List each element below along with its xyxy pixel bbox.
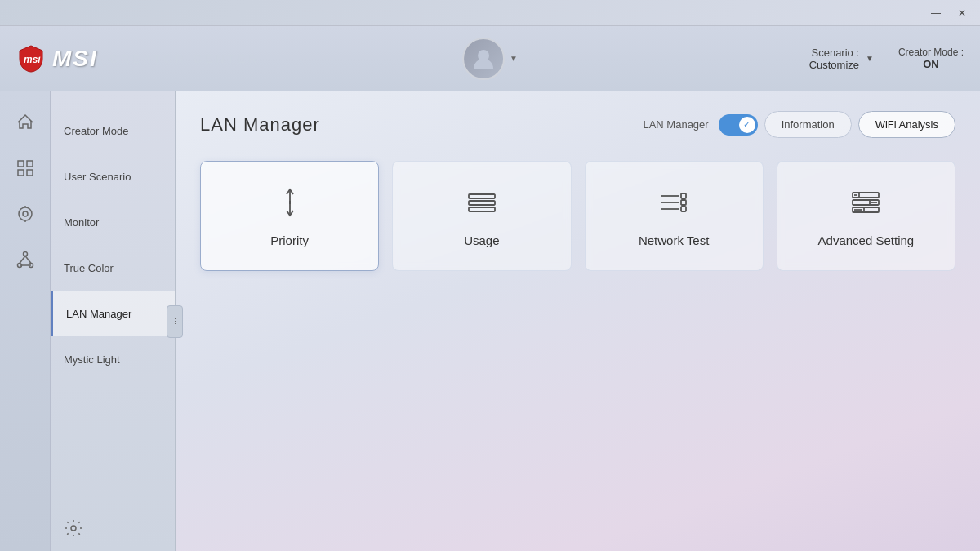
usage-icon	[464, 184, 500, 220]
svg-rect-3	[27, 161, 33, 167]
svg-rect-25	[681, 193, 686, 198]
app-subtitle-text: CREATOR CENTER	[109, 52, 261, 65]
svg-rect-5	[27, 170, 33, 176]
svg-rect-26	[681, 200, 686, 205]
creator-mode-area: Creator Mode : ON	[898, 47, 964, 70]
content-area: LAN Manager LAN Manager ✓ Information Wi…	[176, 91, 980, 551]
sidebar: Creator Mode User Scenario Monitor True …	[0, 91, 176, 551]
advanced-setting-icon	[848, 184, 884, 220]
sidebar-item-monitor[interactable]: Monitor	[51, 199, 175, 245]
svg-line-14	[25, 256, 31, 264]
header-controls: LAN Manager ✓ Information WiFi Analysis	[643, 111, 956, 138]
lan-manager-toggle[interactable]: ✓	[719, 114, 758, 136]
page-title: LAN Manager	[200, 114, 320, 136]
toggle-check-icon: ✓	[743, 119, 751, 130]
creator-mode-value: ON	[898, 58, 964, 70]
msi-shield-icon: msi	[16, 44, 46, 73]
creator-mode-label: Creator Mode :	[898, 47, 964, 58]
scenario-label: Scenario :	[809, 47, 859, 59]
logo-area: msi MSI CREATOR CENTER	[16, 44, 260, 73]
sidebar-item-true-color[interactable]: True Color	[51, 245, 175, 291]
sidebar-item-mystic-light[interactable]: Mystic Light	[51, 336, 175, 382]
sidebar-item-lan-manager[interactable]: LAN Manager	[51, 291, 175, 336]
usage-label: Usage	[464, 233, 499, 247]
tab-wifi-analysis[interactable]: WiFi Analysis	[858, 111, 956, 138]
sidebar-icon-home[interactable]	[0, 100, 51, 145]
toggle-track: ✓	[719, 114, 758, 136]
card-advanced-setting[interactable]: Advanced Setting	[777, 161, 956, 271]
title-bar: — ✕	[0, 0, 980, 26]
sidebar-item-creator-mode[interactable]: Creator Mode	[51, 108, 175, 153]
header-right: Scenario : Customize ▼ Creator Mode : ON	[809, 47, 964, 71]
avatar-button[interactable]	[462, 38, 505, 80]
sidebar-icon-network[interactable]	[0, 237, 51, 282]
main-layout: Creator Mode User Scenario Monitor True …	[0, 91, 980, 551]
app-header: msi MSI CREATOR CENTER ▼ Scenario : Cust…	[0, 26, 980, 91]
svg-text:msi: msi	[24, 54, 41, 65]
svg-rect-21	[469, 207, 495, 211]
network-test-icon	[656, 184, 692, 220]
card-priority[interactable]: Priority	[200, 161, 379, 271]
lan-manager-toggle-label: LAN Manager	[643, 118, 708, 131]
svg-point-10	[23, 252, 27, 256]
tab-information[interactable]: Information	[764, 111, 852, 138]
title-bar-buttons: — ✕	[924, 5, 973, 21]
network-test-label: Network Test	[639, 233, 709, 247]
svg-point-6	[19, 207, 32, 220]
svg-rect-20	[469, 201, 495, 205]
minimize-button[interactable]: —	[924, 5, 947, 21]
sidebar-item-user-scenario[interactable]: User Scenario	[51, 153, 175, 199]
svg-rect-19	[469, 194, 495, 198]
avatar-icon	[470, 46, 497, 72]
page-header: LAN Manager LAN Manager ✓ Information Wi…	[200, 111, 956, 138]
card-usage[interactable]: Usage	[392, 161, 571, 271]
settings-icon[interactable]	[64, 518, 162, 538]
svg-line-13	[20, 256, 25, 264]
svg-rect-27	[681, 207, 686, 211]
advanced-setting-label: Advanced Setting	[818, 233, 915, 247]
avatar-dropdown-icon[interactable]: ▼	[510, 54, 518, 63]
sidebar-bottom	[51, 505, 175, 551]
msi-brand-text: MSI	[52, 46, 98, 72]
svg-rect-4	[18, 170, 24, 176]
sidebar-icon-grid[interactable]	[0, 145, 51, 191]
priority-label: Priority	[270, 233, 309, 247]
sidebar-icon-column	[0, 91, 51, 551]
sidebar-collapse-button[interactable]: ⋮	[167, 305, 183, 338]
toggle-thumb: ✓	[739, 117, 755, 133]
svg-rect-2	[18, 161, 24, 167]
svg-point-7	[23, 211, 28, 216]
scenario-area: Scenario : Customize ▼	[809, 47, 874, 71]
scenario-dropdown-icon[interactable]: ▼	[866, 54, 874, 63]
header-center: ▼	[462, 38, 518, 80]
sidebar-icon-monitor[interactable]	[0, 191, 51, 237]
svg-point-16	[71, 526, 76, 531]
priority-icon	[272, 184, 308, 220]
close-button[interactable]: ✕	[951, 5, 973, 21]
msi-logo: msi MSI	[16, 44, 98, 73]
card-network-test[interactable]: Network Test	[585, 161, 764, 271]
scenario-value: Customize	[809, 59, 859, 71]
cards-grid: Priority Usage	[200, 161, 956, 271]
sidebar-menu: Creator Mode User Scenario Monitor True …	[51, 100, 175, 382]
